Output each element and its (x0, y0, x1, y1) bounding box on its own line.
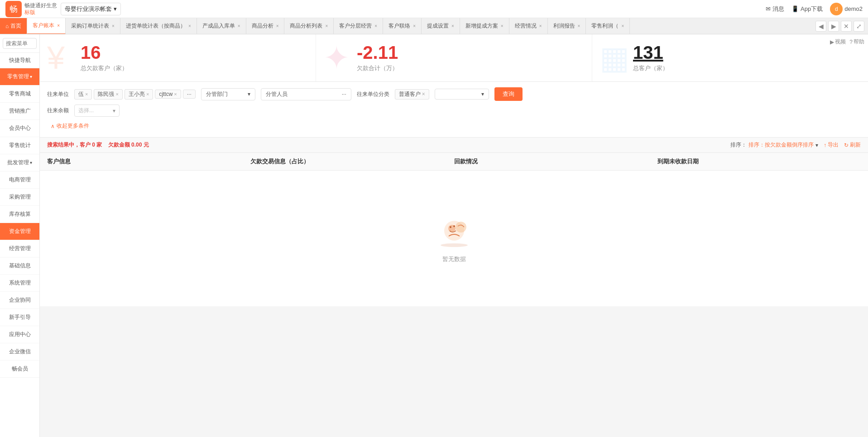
tab-raise-settings[interactable]: 提成设置 × (422, 18, 460, 34)
top-bar: 畅 畅捷通好生意 标版 母婴行业演示帐套 ▾ ✉ 消息 📱 App下载 d de… (0, 0, 868, 18)
sidebar-item-marketing[interactable]: 营销推广 (0, 103, 39, 120)
tab-product-analysis[interactable]: 商品分析 × (246, 18, 285, 34)
sidebar-item-member-center[interactable]: 会员中心 (0, 120, 39, 137)
refresh-btn[interactable]: ↻ 刷新 (844, 141, 861, 149)
empty-state: 暂无数据 (436, 214, 472, 263)
nav-prev-btn[interactable]: ◀ (815, 21, 826, 32)
user-avatar[interactable]: d demo2 (830, 3, 863, 15)
category-dropdown[interactable]: ▾ (435, 89, 489, 100)
unit-tag-more[interactable]: ··· (183, 90, 196, 99)
stat-bg-icon-3: ▦ (599, 39, 629, 76)
close-icon[interactable]: × (238, 24, 240, 28)
tab-operation[interactable]: 经营情况 × (509, 18, 548, 34)
sidebar-item-retail-mgmt[interactable]: 零售管理 ▾ (0, 68, 39, 86)
close-icon[interactable]: × (501, 24, 504, 28)
sidebar-item-purchase-mgmt[interactable]: 采购管理 (0, 189, 39, 206)
tab-customer-contact[interactable]: 客户联络 × (383, 18, 422, 34)
sidebar-item-system-mgmt[interactable]: 系统管理 (0, 275, 39, 292)
chevron-up-icon: ∧ (51, 123, 55, 129)
close-icon[interactable]: × (188, 24, 191, 28)
collapse-btn[interactable]: ∧ 收起更多条件 (47, 120, 861, 132)
close-icon[interactable]: × (325, 24, 328, 28)
chevron-down-icon: ▾ (30, 74, 32, 79)
sidebar-search (0, 34, 39, 53)
sidebar-item-operation-mgmt[interactable]: 经营管理 (0, 240, 39, 257)
sort-select[interactable]: 排序： 排序：按欠款金额倒序排序 ▾ (730, 141, 818, 149)
org-selector[interactable]: 母婴行业演示帐套 ▾ (61, 3, 121, 15)
sidebar-item-inventory[interactable]: 库存核算 (0, 206, 39, 223)
app-download-btn[interactable]: 📱 App下载 (791, 5, 823, 13)
table-col-customer: 客户信息 (47, 157, 250, 166)
person-select[interactable]: 分管人员 ··· (261, 88, 351, 100)
video-link[interactable]: ▶ 视频 (830, 38, 846, 46)
sidebar-item-member[interactable]: 畅会员 (0, 361, 39, 378)
main-layout: 快捷导航 零售管理 ▾ 零售商城 营销推广 会员中心 零售统计 批发管理 ▾ 电… (0, 34, 868, 437)
results-actions: 排序： 排序：按欠款金额倒序排序 ▾ ↑ 导出 ↻ 刷新 (730, 141, 861, 149)
sidebar-item-finance[interactable]: 资金管理 (0, 223, 39, 240)
balance-label: 往来余额 (47, 107, 69, 114)
empty-text: 暂无数据 (442, 255, 466, 263)
search-input[interactable] (3, 38, 37, 49)
balance-select[interactable]: 选择... ▾ (74, 104, 120, 117)
close-icon[interactable]: × (578, 24, 580, 28)
sidebar-item-enterprise-coop[interactable]: 企业协同 (0, 292, 39, 309)
stat-value-credit-amount: -2.11 (357, 43, 398, 62)
sidebar-item-retail-stats[interactable]: 零售统计 (0, 137, 39, 154)
sidebar-item-quick-nav[interactable]: 快捷导航 (0, 53, 39, 68)
stat-value-credit-customers: 16 (81, 43, 128, 62)
sidebar-item-basic-info[interactable]: 基础信息 (0, 257, 39, 275)
remove-tag-chen[interactable]: × (115, 91, 118, 97)
stat-label-credit-amount: 欠款合计（万） (357, 64, 398, 72)
stat-bg-icon-1: ¥ (47, 40, 65, 76)
sidebar-item-enterprise-wechat[interactable]: 企业微信 (0, 343, 39, 361)
close-icon[interactable]: × (413, 24, 416, 28)
nav-close-btn[interactable]: ✕ (841, 21, 852, 32)
svg-point-0 (441, 243, 468, 247)
remove-tag-normal[interactable]: × (422, 91, 425, 97)
tab-purchase-order[interactable]: 采购订单统计表 × (66, 18, 120, 34)
tab-customer-cost[interactable]: 客户账本 × (27, 18, 66, 34)
category-label: 往来单位分类 (357, 90, 389, 98)
sidebar-item-retail-mall[interactable]: 零售商城 (0, 86, 39, 103)
tab-product-analysis-list[interactable]: 商品分析列表 × (284, 18, 334, 34)
table-col-due-date: 到期未收款日期 (657, 157, 861, 166)
tab-customer-layer[interactable]: 客户分层经营 × (334, 18, 383, 34)
sidebar-item-app-center[interactable]: 应用中心 (0, 326, 39, 343)
close-icon[interactable]: × (112, 24, 115, 28)
remove-tag-wang[interactable]: × (146, 91, 149, 97)
sidebar-item-ecommerce[interactable]: 电商管理 (0, 171, 39, 189)
stat-total-customers: ▦ 131 总客户（家） ▶ 视频 ? 帮助 (592, 34, 868, 81)
tab-retail-profit[interactable]: 零售利润（ × (586, 18, 630, 34)
message-btn[interactable]: ✉ 消息 (766, 5, 784, 13)
tab-profit-report[interactable]: 利润报告 × (548, 18, 586, 34)
svg-point-5 (453, 225, 455, 227)
nav-maximize-btn[interactable]: ⤢ (854, 21, 864, 32)
nav-tabs: ⌂ 首页 客户账本 × 采购订单统计表 × 进货单统计表（按商品） × 产成品入… (0, 18, 868, 34)
dept-select[interactable]: 分管部门 ▾ (201, 88, 255, 100)
chevron-down-icon: ▾ (481, 91, 484, 97)
query-button[interactable]: 查询 (494, 87, 523, 101)
close-icon[interactable]: × (57, 23, 60, 28)
sidebar-item-new-guide[interactable]: 新手引导 (0, 309, 39, 326)
nav-next-btn[interactable]: ▶ (828, 21, 839, 32)
sidebar-item-wholesale-mgmt[interactable]: 批发管理 ▾ (0, 154, 39, 171)
close-icon[interactable]: × (276, 24, 279, 28)
remove-tag-wu[interactable]: × (85, 91, 88, 97)
close-icon[interactable]: × (451, 24, 454, 28)
close-icon[interactable]: × (374, 24, 377, 28)
tab-purchase-stats[interactable]: 进货单统计表（按商品） × (120, 18, 197, 34)
question-icon: ? (849, 39, 853, 45)
remove-tag-cjttcw[interactable]: × (174, 91, 177, 97)
tab-home[interactable]: ⌂ 首页 (0, 18, 27, 34)
stat-label-credit-customers: 总欠款客户（家） (81, 64, 128, 72)
tab-product-stock[interactable]: 产成品入库单 × (197, 18, 246, 34)
unit-tag-wu: 伍 × (74, 89, 92, 100)
close-icon[interactable]: × (621, 24, 624, 28)
help-link[interactable]: ? 帮助 (849, 38, 864, 46)
stat-help: ▶ 视频 ? 帮助 (830, 38, 864, 46)
chevron-down-icon: ▾ (248, 91, 250, 97)
tab-new-raise[interactable]: 新增提成方案 × (460, 18, 509, 34)
export-btn[interactable]: ↑ 导出 (824, 141, 839, 149)
close-icon[interactable]: × (539, 24, 542, 28)
unit-tag-chen: 陈民强 × (94, 89, 122, 100)
